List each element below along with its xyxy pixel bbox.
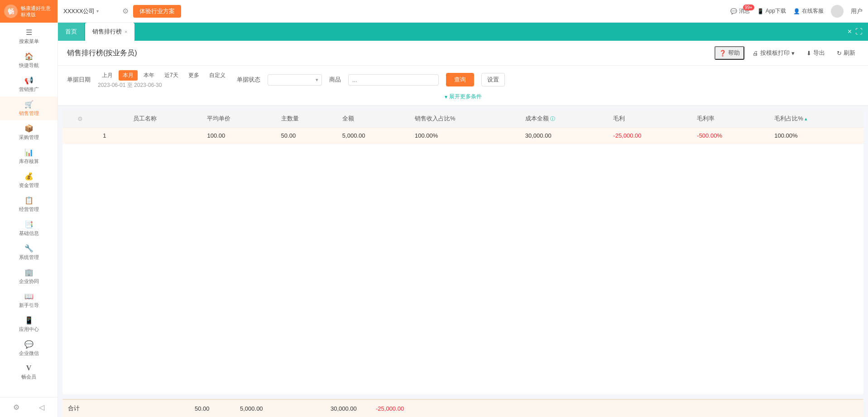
online-service-button[interactable]: 👤 在线客服 <box>793 7 824 15</box>
company-settings-icon[interactable]: ⚙ <box>122 7 129 15</box>
cell-profit-rate: -500.00% <box>691 128 769 144</box>
tab-close-button[interactable]: × <box>125 29 127 34</box>
sidebar: 畅 畅康通好生意 标准版 ☰ 搜索菜单 🏠 快捷导航 📢 营销推广 🛒 销售管理… <box>0 0 58 417</box>
sidebar-item-weixin[interactable]: 💬 企业微信 <box>0 336 58 360</box>
sidebar-item-sales[interactable]: 🛒 销售管理 <box>0 96 58 120</box>
main-content: 首页 销售排行榜 × × ⛶ 销售排行榜(按业务员) ❓ 帮助 🖨 按模板打印 <box>58 23 868 417</box>
last-month-btn[interactable]: 上月 <box>98 70 117 81</box>
expand-more-conditions-button[interactable]: ▾ 展开更多条件 <box>445 93 482 101</box>
sidebar-footer: ⚙ ◁ <box>0 397 58 417</box>
tab-sales-ranking[interactable]: 销售排行榜 × <box>85 23 134 41</box>
custom-date-btn[interactable]: 自定义 <box>205 70 230 81</box>
col-profit-pct: 毛利占比% ▴ <box>769 110 863 128</box>
status-select[interactable] <box>268 74 322 86</box>
export-button[interactable]: ⬇ 导出 <box>803 47 829 59</box>
apps-icon: 📱 <box>24 316 34 325</box>
company-selector[interactable]: XXXXX公司 ▾ <box>63 7 118 15</box>
system-icon: 🔧 <box>24 244 34 253</box>
cell-rank: 1 <box>97 128 128 144</box>
sidebar-item-member[interactable]: V 畅会员 <box>0 360 58 384</box>
enterprise-icon: 🏢 <box>24 268 34 277</box>
footer-amount: 5,000.00 <box>240 405 285 412</box>
sidebar-item-quick[interactable]: 🏠 快捷导航 <box>0 48 58 72</box>
operation-icon: 📋 <box>24 196 34 205</box>
cell-sales-pct: 100.00% <box>409 128 520 144</box>
column-settings-icon[interactable]: ⚙ <box>77 115 83 122</box>
cell-amount: 5,000.00 <box>337 128 409 144</box>
sidebar-item-search[interactable]: ☰ 搜索菜单 <box>0 24 58 48</box>
basic-icon: 📑 <box>24 220 34 229</box>
col-amount: 全额 <box>337 110 409 128</box>
filter-settings-button[interactable]: 设置 <box>481 73 505 86</box>
cell-cost: 30,000.00 <box>520 128 608 144</box>
help-button[interactable]: ❓ 帮助 <box>715 46 744 60</box>
tab-home[interactable]: 首页 <box>58 23 84 41</box>
home-icon: 🏠 <box>24 52 34 61</box>
inventory-icon: 📊 <box>24 148 34 157</box>
sidebar-item-apps[interactable]: 📱 应用中心 <box>0 312 58 336</box>
cell-avg-price: 100.00 <box>201 128 275 144</box>
sidebar-item-operation[interactable]: 📋 经营管理 <box>0 192 58 216</box>
tab-maximize-button[interactable]: ⛶ <box>855 28 863 36</box>
svg-text:畅: 畅 <box>8 8 14 15</box>
status-filter-label: 单据状态 <box>237 76 260 84</box>
user-avatar[interactable] <box>831 5 844 18</box>
app-download-button[interactable]: 📱 App下载 <box>757 7 786 15</box>
company-name: XXXXX公司 <box>63 7 95 15</box>
sidebar-item-guide[interactable]: 📖 新手引导 <box>0 288 58 312</box>
sidebar-collapse-button[interactable]: ◁ <box>39 403 44 412</box>
logo-text: 畅康通好生意 标准版 <box>21 5 51 18</box>
print-dropdown-icon: ▾ <box>791 50 795 57</box>
page-area: 销售排行榜(按业务员) ❓ 帮助 🖨 按模板打印 ▾ ⬇ 导出 ↻ 刷新 <box>58 41 868 417</box>
col-profit: 毛利 <box>608 110 691 128</box>
footer-label: 合计 <box>68 404 158 412</box>
table-footer: 合计 50.00 5,000.00 30,000.00 -25,000.00 <box>62 399 863 417</box>
chevron-down-icon: ▾ <box>445 94 447 100</box>
tab-bar-right: × ⛶ <box>848 23 868 41</box>
logo-icon: 畅 <box>4 4 18 19</box>
sidebar-item-purchase[interactable]: 📦 采购管理 <box>0 120 58 144</box>
sidebar-item-basic[interactable]: 📑 基础信息 <box>0 216 58 240</box>
footer-profit: -25,000.00 <box>376 405 421 412</box>
purchase-icon: 📦 <box>24 124 34 133</box>
help-icon: ❓ <box>719 50 726 57</box>
table-body: 1 100.00 50.00 5,000.00 100.00% 30,000.0… <box>62 128 863 144</box>
filter-row-main: 单据日期 上月 本月 本年 近7天 更多 自定义 2023-06-01 至 20… <box>67 70 859 89</box>
date-range-display: 2023-06-01 至 2023-06-30 <box>98 81 230 89</box>
goods-filter-label: 商品 <box>329 76 341 84</box>
date-filter-group: 上月 本月 本年 近7天 更多 自定义 2023-06-01 至 2023-06… <box>98 70 230 89</box>
status-select-wrapper <box>268 74 322 86</box>
col-settings: ⚙ <box>62 110 97 128</box>
sidebar-settings-button[interactable]: ⚙ <box>13 403 19 412</box>
this-year-btn[interactable]: 本年 <box>139 70 158 81</box>
col-name: 员工名称 <box>128 110 201 128</box>
more-date-btn[interactable]: 更多 <box>184 70 203 81</box>
this-month-btn[interactable]: 本月 <box>119 70 138 81</box>
print-button[interactable]: 🖨 按模板打印 ▾ <box>749 47 798 59</box>
top-header: XXXXX公司 ▾ ⚙ 体验行业方案 💬 消息 99+ 📱 App下载 👤 在线… <box>58 0 868 23</box>
sidebar-item-inventory[interactable]: 📊 库存核算 <box>0 144 58 168</box>
sidebar-item-marketing[interactable]: 📢 营销推广 <box>0 72 58 96</box>
refresh-button[interactable]: ↻ 刷新 <box>833 47 859 59</box>
table-row: 1 100.00 50.00 5,000.00 100.00% 30,000.0… <box>62 128 863 144</box>
sidebar-item-finance[interactable]: 💰 资金管理 <box>0 168 58 192</box>
query-button[interactable]: 查询 <box>446 73 474 86</box>
member-icon: V <box>26 364 32 372</box>
table-header: ⚙ 员工名称 平均单价 主数量 全额 销售收入占比% 成本全额 ⓘ 毛利 毛利率… <box>62 110 863 128</box>
sidebar-item-system[interactable]: 🔧 系统管理 <box>0 240 58 264</box>
goods-input[interactable] <box>348 74 439 86</box>
guide-icon: 📖 <box>24 292 34 301</box>
expand-row: ▾ 展开更多条件 <box>67 93 859 101</box>
footer-cost: 30,000.00 <box>331 405 376 412</box>
tab-close-all-button[interactable]: × <box>848 28 852 36</box>
header-right: 💬 消息 99+ 📱 App下载 👤 在线客服 用户 <box>730 5 863 18</box>
page-header: 销售排行榜(按业务员) ❓ 帮助 🖨 按模板打印 ▾ ⬇ 导出 ↻ 刷新 <box>58 41 868 66</box>
col-profit-rate: 毛利率 <box>691 110 769 128</box>
page-title: 销售排行榜(按业务员) <box>67 48 137 58</box>
sidebar-item-enterprise[interactable]: 🏢 企业协同 <box>0 264 58 288</box>
data-table: ⚙ 员工名称 平均单价 主数量 全额 销售收入占比% 成本全额 ⓘ 毛利 毛利率… <box>62 110 863 144</box>
message-button[interactable]: 💬 消息 99+ <box>730 7 750 15</box>
last7days-btn[interactable]: 近7天 <box>160 70 182 81</box>
trial-button[interactable]: 体验行业方案 <box>133 5 181 18</box>
sales-icon: 🛒 <box>24 100 34 109</box>
